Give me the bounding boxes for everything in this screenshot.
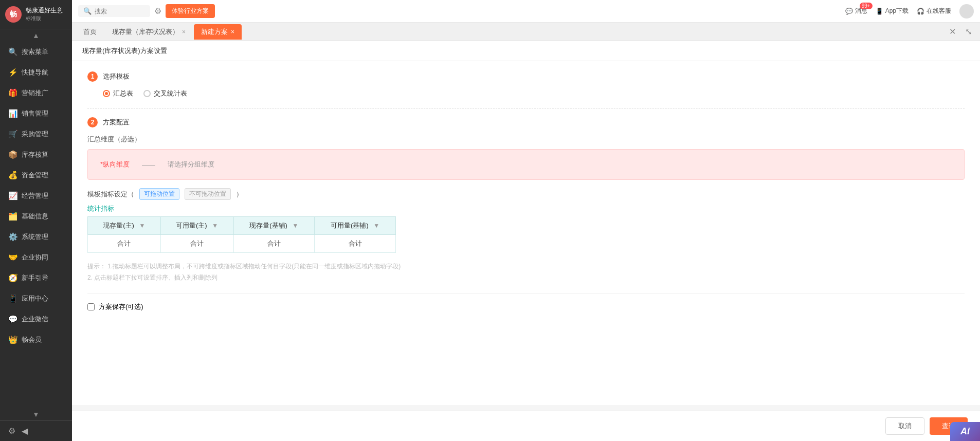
- app-download-link[interactable]: 📱 App下载: [876, 7, 909, 15]
- notification-badge: 99+: [860, 3, 873, 9]
- sidebar-label-appstore: 应用中心: [22, 294, 48, 303]
- tab-expand-icon[interactable]: ⤡: [961, 27, 976, 36]
- notification-btn[interactable]: 💬 消息 99+: [845, 7, 867, 15]
- sidebar-item-corp[interactable]: 🤝 企业协同: [0, 247, 72, 268]
- sidebar-label-basic: 基础信息: [22, 212, 48, 221]
- app-tag: 标准版: [26, 15, 63, 22]
- sidebar-icon-system: ⚙️: [8, 232, 17, 242]
- sidebar-item-sales[interactable]: 📊 销售管理: [0, 103, 72, 124]
- option-summary[interactable]: 汇总表: [103, 89, 133, 98]
- sidebar-scroll-down[interactable]: ▼: [0, 408, 72, 420]
- sidebar-item-member[interactable]: 👑 畅会员: [0, 329, 72, 350]
- sidebar-item-newbie[interactable]: 🧭 新手引导: [0, 268, 72, 288]
- sidebar: 畅 畅康通好生意 标准版 ▲ 🔍 搜索菜单 ⚡ 快捷导航 🎁 营销推广 📊 销售…: [0, 0, 72, 441]
- dimension-box[interactable]: *纵向维度 —— 请选择分组维度: [87, 149, 965, 180]
- sidebar-scroll-up[interactable]: ▲: [0, 29, 72, 42]
- save-checkbox[interactable]: [87, 303, 95, 310]
- dim-required-mark: *纵向维度: [100, 160, 130, 169]
- sidebar-label-purchase: 采购管理: [22, 130, 48, 139]
- sidebar-label-corp: 企业协同: [22, 253, 48, 262]
- step2-header: 2 方案配置: [87, 117, 965, 127]
- phone-icon: 📱: [876, 8, 883, 15]
- sidebar-label-operations: 经营管理: [22, 191, 48, 200]
- tab-home-label: 首页: [83, 27, 97, 36]
- step1-section: 1 选择模板 汇总表 交叉统计表: [87, 71, 965, 98]
- col-header-1[interactable]: 可用量(主) ▼: [160, 217, 233, 235]
- dim-placeholder[interactable]: 请选择分组维度: [168, 160, 214, 169]
- option-summary-label: 汇总表: [113, 89, 133, 98]
- search-icon: 🔍: [83, 7, 92, 15]
- sidebar-icon-operations: 📈: [8, 191, 17, 200]
- sidebar-item-system[interactable]: ⚙️ 系统管理: [0, 227, 72, 247]
- col-summary-0: 合计: [88, 235, 161, 253]
- option-crosstab[interactable]: 交叉统计表: [143, 89, 187, 98]
- search-box[interactable]: 🔍: [78, 5, 150, 17]
- step1-num: 1: [87, 71, 98, 82]
- topbar: 🔍 ⚙ 体验行业方案 💬 消息 99+ 📱 App下载 🎧 在线客服: [72, 0, 980, 23]
- sidebar-item-marketing[interactable]: 🎁 营销推广: [0, 83, 72, 103]
- settings-icon[interactable]: ⚙: [8, 426, 15, 436]
- sidebar-item-shortcut[interactable]: ⚡ 快捷导航: [0, 62, 72, 83]
- step2-title: 方案配置: [103, 118, 130, 127]
- sidebar-item-operations[interactable]: 📈 经营管理: [0, 186, 72, 206]
- table-row: 合计 合计 合计 合计: [88, 235, 396, 253]
- col-header-0[interactable]: 现存量(主) ▼: [88, 217, 161, 235]
- tabs-bar: 首页 现存量（库存状况表） × 新建方案 × ✕ ⤡: [72, 23, 980, 41]
- scheme-container: 1 选择模板 汇总表 交叉统计表: [72, 61, 980, 405]
- col-dropdown-3[interactable]: ▼: [373, 222, 379, 229]
- tab-new-scheme-close[interactable]: ×: [231, 28, 234, 35]
- sidebar-icon-finance: 💰: [8, 171, 17, 180]
- sidebar-item-appstore[interactable]: 📱 应用中心: [0, 288, 72, 309]
- sidebar-item-purchase[interactable]: 🛒 采购管理: [0, 124, 72, 144]
- experience-btn[interactable]: 体验行业方案: [166, 4, 215, 18]
- tip-1: 提示： 1.拖动标题栏可以调整布局，不可跨维度或指标区域拖动任何目字段(只能在同…: [87, 261, 965, 272]
- sidebar-label-wechat: 企业微信: [22, 315, 48, 324]
- user-avatar[interactable]: [959, 4, 974, 19]
- sidebar-item-inventory[interactable]: 📦 库存核算: [0, 144, 72, 165]
- sidebar-icon-basic: 🗂️: [8, 212, 17, 221]
- col-dropdown-0[interactable]: ▼: [139, 222, 146, 229]
- sidebar-label-inventory: 库存核算: [22, 150, 48, 159]
- tab-home[interactable]: 首页: [76, 24, 104, 40]
- tab-inventory[interactable]: 现存量（库存状况表） ×: [105, 24, 193, 40]
- indicator-close-text: ）: [236, 190, 243, 199]
- main-content: 🔍 ⚙ 体验行业方案 💬 消息 99+ 📱 App下载 🎧 在线客服: [72, 0, 980, 441]
- col-header-3[interactable]: 可用量(基辅) ▼: [315, 217, 396, 235]
- sidebar-label-marketing: 营销推广: [22, 88, 48, 98]
- col-header-2[interactable]: 现存量(基辅) ▼: [233, 217, 315, 235]
- online-service-link[interactable]: 🎧 在线客服: [917, 7, 951, 15]
- tab-new-scheme[interactable]: 新建方案 ×: [194, 24, 242, 40]
- aggregation-label: 汇总维度（必选）: [87, 135, 965, 144]
- sidebar-logo: 畅 畅康通好生意 标准版: [0, 0, 72, 29]
- tab-inventory-close[interactable]: ×: [182, 28, 186, 35]
- search-input[interactable]: [95, 8, 141, 15]
- sidebar-icon-sales: 📊: [8, 109, 17, 118]
- col-dropdown-1[interactable]: ▼: [212, 222, 218, 229]
- tab-close-window-icon[interactable]: ✕: [945, 27, 960, 36]
- cancel-button[interactable]: 取消: [885, 417, 924, 435]
- tips-section: 提示： 1.拖动标题栏可以调整布局，不可跨维度或指标区域拖动任何目字段(只能在同…: [87, 261, 965, 283]
- dim-dash: ——: [142, 161, 155, 169]
- radio-summary-dot: [103, 90, 110, 97]
- topbar-right: 💬 消息 99+ 📱 App下载 🎧 在线客服: [845, 4, 974, 19]
- col-dropdown-2[interactable]: ▼: [293, 222, 299, 229]
- stats-table: 现存量(主) ▼ 可用量(主) ▼ 现存量(基辅) ▼: [87, 216, 396, 253]
- sidebar-icon-newbie: 🧭: [8, 273, 17, 283]
- sidebar-label-shortcut: 快捷导航: [22, 68, 48, 77]
- sidebar-item-finance[interactable]: 💰 资金管理: [0, 165, 72, 186]
- sidebar-label-member: 畅会员: [22, 335, 42, 344]
- col-summary-3: 合计: [315, 235, 396, 253]
- ai-badge[interactable]: Ai: [950, 422, 980, 441]
- sidebar-item-search[interactable]: 🔍 搜索菜单: [0, 42, 72, 62]
- step1-title: 选择模板: [103, 72, 130, 81]
- col-summary-1: 合计: [160, 235, 233, 253]
- scheme-save-row: 方案保存(可选): [87, 293, 965, 311]
- sidebar-item-basic[interactable]: 🗂️ 基础信息: [0, 206, 72, 227]
- indicator-config-header: 模板指标设定（ 可拖动位置 不可拖动位置 ）: [87, 188, 965, 200]
- content-area: 现存量(库存状况表)方案设置 1 选择模板 汇总表 交叉统计表: [72, 41, 980, 411]
- page-header: 现存量(库存状况表)方案设置: [72, 41, 980, 61]
- collapse-icon[interactable]: ◀: [22, 426, 28, 436]
- gear-icon[interactable]: ⚙: [154, 6, 161, 16]
- sidebar-item-wechat[interactable]: 💬 企业微信: [0, 309, 72, 329]
- step2-num: 2: [87, 117, 98, 127]
